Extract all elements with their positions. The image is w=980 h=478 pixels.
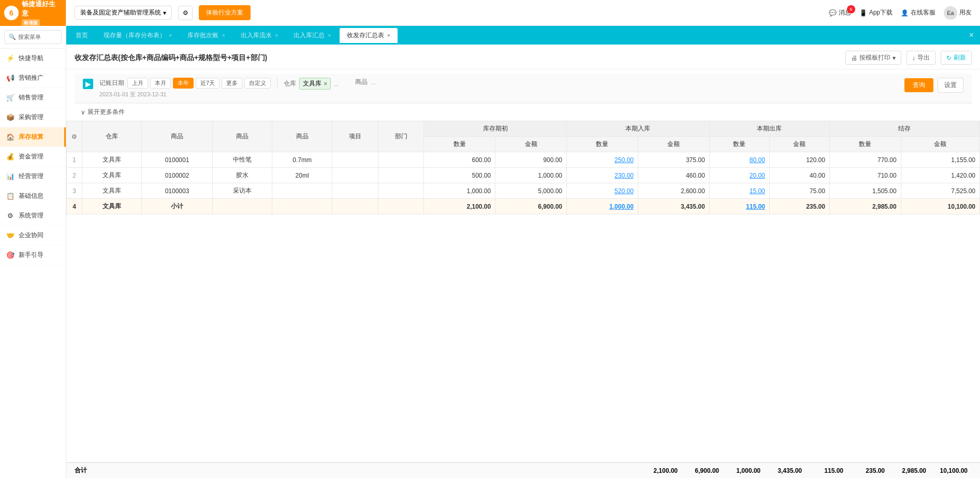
online-service-button[interactable]: 👤 在线客服	[901, 8, 935, 17]
sidebar-item-quicknav[interactable]: ⚡ 快捷导航	[0, 49, 66, 68]
filter-expand-arrow[interactable]: ▶	[83, 79, 93, 89]
sidebar-item-system[interactable]: ⚙ 系统管理	[0, 206, 66, 226]
row-open-amt-2: 1,000.00	[495, 168, 567, 183]
subtotal-spec	[272, 199, 332, 214]
date-btn-more[interactable]: 更多	[222, 78, 242, 89]
tab-collect-summary[interactable]: 收发存汇总表 ×	[340, 28, 398, 43]
total-out-qty: 115.00	[806, 467, 847, 474]
subtotal-out-qty[interactable]: 115.00	[709, 199, 769, 214]
warehouse-tag-close[interactable]: ×	[324, 80, 327, 88]
th-open-qty: 数量	[424, 137, 495, 152]
tab-home[interactable]: 首页	[68, 28, 95, 43]
sidebar-item-finance[interactable]: 💰 资金管理	[0, 147, 66, 167]
sidebar-item-basic[interactable]: 📋 基础信息	[0, 186, 66, 206]
th-bal-qty: 数量	[829, 137, 901, 152]
date-range-display: 2023-01-01 至 2023-12-31	[99, 91, 271, 98]
subtotal-bal-amt: 10,100.00	[901, 199, 979, 214]
service-icon: 👤	[901, 9, 909, 17]
tab-close-batch-ledger[interactable]: ×	[222, 32, 225, 38]
th-code: 商品	[141, 121, 213, 152]
topbar-right: 💬 消息 6 📱 App下载 👤 在线客服 Ea 用友	[829, 6, 972, 20]
sidebar-item-purchase[interactable]: 📦 采购管理	[0, 108, 66, 127]
close-all-tabs-button[interactable]: ×	[965, 31, 978, 40]
settings-gear-button[interactable]: ⚙	[178, 6, 193, 20]
date-btn-last-month[interactable]: 上月	[127, 78, 148, 89]
row-warehouse-2: 文具库	[82, 168, 142, 183]
sidebar-item-operations[interactable]: 📊 经营管理	[0, 167, 66, 186]
tab-close-collect-summary[interactable]: ×	[387, 32, 390, 38]
tab-close-inventory-dist[interactable]: ×	[169, 32, 172, 38]
user-menu-button[interactable]: Ea 用友	[944, 6, 972, 20]
sales-icon: 🛒	[6, 94, 14, 102]
row-open-amt-3: 5,000.00	[495, 183, 567, 199]
table-footer: 合计 2,100.00 6,900.00 1,000.00 3,435.00 1…	[66, 462, 980, 478]
subtotal-open-amt: 6,900.00	[495, 199, 567, 214]
sidebar-item-guide[interactable]: 🎯 新手引导	[0, 245, 66, 265]
date-btn-custom[interactable]: 自定义	[244, 78, 271, 89]
app-download-button[interactable]: 📱 App下载	[859, 8, 893, 17]
row-out-amt-2: 40.00	[769, 168, 829, 183]
message-button[interactable]: 💬 消息 6	[829, 8, 851, 17]
refresh-button[interactable]: ↻ 刷新	[941, 51, 972, 65]
th-name: 商品	[213, 121, 272, 152]
th-in-amt: 金额	[638, 137, 709, 152]
subtotal-row: 4 文具库 小计 2,100.00 6,900.00 1,000.00 3,43…	[67, 199, 980, 214]
subtotal-dept	[378, 199, 424, 214]
sidebar-item-inventory[interactable]: 🏠 库存核算	[0, 127, 66, 147]
expand-more-button[interactable]: ∨ 展开更多条件	[77, 106, 970, 119]
guide-icon: 🎯	[6, 251, 14, 259]
expand-more-section: ∨ 展开更多条件	[75, 103, 972, 121]
row-out-amt-3: 75.00	[769, 183, 829, 199]
query-button[interactable]: 查询	[904, 78, 933, 92]
print-chevron-icon: ▾	[893, 54, 896, 62]
tab-batch-ledger[interactable]: 库存批次账 ×	[180, 28, 232, 43]
sidebar-item-enterprise[interactable]: 🤝 企业协同	[0, 226, 66, 245]
search-menu-button[interactable]: 🔍 搜索菜单	[4, 30, 62, 44]
table-row: 1 文具库 0100001 中性笔 0.7mm 600.00 900.00 25…	[67, 152, 980, 168]
row-dept-1	[378, 152, 424, 168]
row-bal-amt-2: 1,420.00	[901, 168, 979, 183]
sidebar-nav: ⚡ 快捷导航 📢 营销推广 🛒 销售管理 📦 采购管理 🏠 库存核算 💰 资金管…	[0, 49, 66, 478]
tab-close-in-out-summary[interactable]: ×	[328, 32, 331, 38]
table-gear-icon[interactable]: ⚙	[71, 133, 77, 140]
system-icon: ⚙	[6, 212, 14, 220]
subtotal-label: 小计	[141, 199, 213, 214]
table-settings-header: ⚙	[67, 121, 82, 152]
row-out-qty-3[interactable]: 15.00	[709, 183, 769, 199]
user-avatar: Ea	[944, 6, 957, 20]
subtotal-open-qty: 2,100.00	[424, 199, 495, 214]
warehouse-more-button[interactable]: ...	[334, 81, 339, 87]
sidebar-item-sales[interactable]: 🛒 销售管理	[0, 88, 66, 108]
row-spec-2: 20ml	[272, 168, 332, 183]
export-icon: ↓	[912, 54, 915, 62]
subtotal-in-qty[interactable]: 1,000.00	[567, 199, 638, 214]
date-btn-7days[interactable]: 近7天	[196, 78, 220, 89]
row-in-qty-3[interactable]: 520.00	[567, 183, 638, 199]
row-out-qty-2[interactable]: 20.00	[709, 168, 769, 183]
tab-close-in-out-flow[interactable]: ×	[275, 32, 278, 38]
subtotal-in-amt: 3,435.00	[638, 199, 709, 214]
print-button[interactable]: 🖨 按模板打印 ▾	[845, 51, 901, 65]
system-selector[interactable]: 装备及固定资产辅助管理系统 ▾	[75, 6, 172, 20]
filter-settings-button[interactable]: 设置	[938, 78, 963, 93]
tab-in-out-flow[interactable]: 出入库流水 ×	[233, 28, 285, 43]
topbar: 装备及固定资产辅助管理系统 ▾ ⚙ 体验行业方案 💬 消息 6 📱 App下载 …	[66, 0, 980, 26]
trial-button[interactable]: 体验行业方案	[199, 5, 251, 20]
row-index-2: 2	[67, 168, 82, 183]
sidebar-item-marketing[interactable]: 📢 营销推广	[0, 68, 66, 88]
row-in-qty-1[interactable]: 250.00	[567, 152, 638, 168]
total-in-amt: 3,435.00	[765, 467, 806, 474]
row-in-qty-2[interactable]: 230.00	[567, 168, 638, 183]
date-btn-this-year[interactable]: 本年	[173, 78, 194, 89]
total-bal-amt: 10,100.00	[930, 467, 972, 474]
row-open-qty-3: 1,000.00	[424, 183, 495, 199]
tab-in-out-summary[interactable]: 出入库汇总 ×	[286, 28, 338, 43]
tab-inventory-dist[interactable]: 现存量（库存分布表） ×	[96, 28, 179, 43]
th-outbound: 本期出库	[709, 121, 829, 137]
row-in-amt-3: 2,600.00	[638, 183, 709, 199]
date-btn-this-month[interactable]: 本月	[150, 78, 171, 89]
subtotal-warehouse: 文具库	[82, 199, 142, 214]
export-button[interactable]: ↓ 导出	[906, 51, 935, 65]
goods-more-button[interactable]: ...	[371, 79, 375, 85]
row-out-qty-1[interactable]: 80.00	[709, 152, 769, 168]
